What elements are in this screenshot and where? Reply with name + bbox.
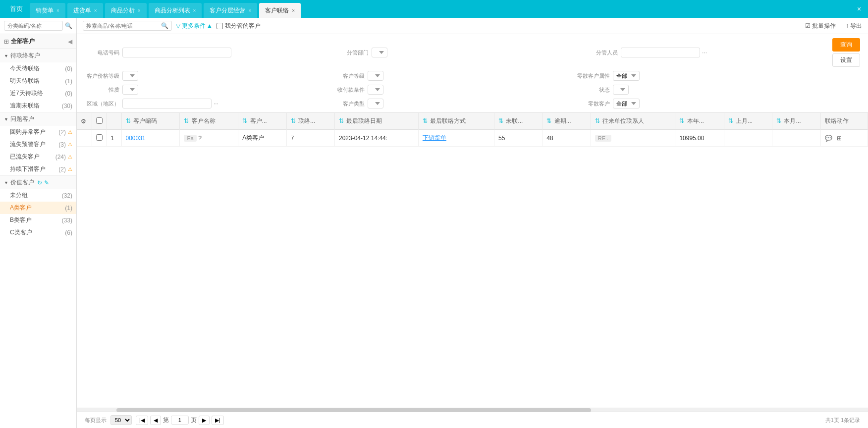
settings-icon[interactable]: ⚙ — [81, 118, 86, 125]
tab-sales-close[interactable]: × — [56, 8, 59, 13]
tab-product-list[interactable]: 商品分析列表 × — [149, 3, 202, 18]
last-page-btn[interactable]: ▶| — [212, 416, 224, 425]
sidebar-search-icon[interactable]: 🔍 — [65, 22, 72, 29]
sidebar-item-overdue[interactable]: 逾期未联络 (30) — [0, 100, 76, 112]
tab-customer-contact-close[interactable]: × — [292, 8, 295, 13]
region-input[interactable] — [122, 99, 212, 108]
my-customers-checkbox[interactable] — [217, 23, 223, 29]
sidebar-item-7days[interactable]: 近7天待联络 (0) — [0, 87, 76, 100]
pending-contact-section[interactable]: ▼ 待联络客户 — [0, 49, 76, 62]
chat-action-icon[interactable]: 💬 — [825, 135, 832, 142]
region-dots-icon[interactable]: ··· — [214, 100, 218, 107]
sidebar-item-declining[interactable]: 持续下滑客户 (2) ⚠ — [0, 163, 76, 175]
tab-product-analysis[interactable]: 商品分析 × — [105, 3, 147, 18]
close-all-button[interactable]: × — [854, 4, 864, 14]
search-input[interactable] — [86, 23, 161, 29]
col-overdue-sort-icon: ⇅ — [546, 117, 551, 124]
edit-icon[interactable]: ✎ — [44, 179, 49, 186]
row-checkbox[interactable] — [96, 134, 103, 141]
col-this-year[interactable]: ⇅ 本年... — [675, 113, 724, 130]
filter-bar: 🔍 ▽ 更多条件 ▲ 我分管的客户 ☑ 批量操作 ↑ 导出 — [77, 18, 868, 34]
col-no-contact-sort-icon: ⇅ — [498, 117, 503, 124]
scroll-indicator[interactable] — [77, 408, 868, 412]
batch-op-btn[interactable]: ☑ 批量操作 — [805, 22, 836, 30]
all-customers-header[interactable]: ⊞ 全部客户 ◀ — [0, 34, 76, 49]
value-customers-section[interactable]: ▼ 价值客户 ↻ ✎ — [0, 176, 76, 189]
home-tab[interactable]: 首页 — [4, 0, 29, 18]
retail-customer-select[interactable]: 全部 — [613, 99, 640, 108]
col-code-sort-icon: ⇅ — [126, 117, 131, 124]
retail-attr-select[interactable]: 全部 — [613, 71, 640, 81]
col-last-method[interactable]: ⇅ 最后联络方式 — [418, 113, 494, 130]
problem-customers-section[interactable]: ▼ 问题客户 — [0, 112, 76, 126]
col-action: 联络动作 — [820, 113, 868, 130]
search-icon[interactable]: 🔍 — [161, 22, 168, 29]
sidebar-item-today[interactable]: 今天待联络 (0) — [0, 62, 76, 75]
col-company-contact[interactable]: ⇅ 往来单位联系人 — [591, 113, 675, 130]
export-btn[interactable]: ↑ 导出 — [846, 22, 862, 30]
sidebar-item-repurchase[interactable]: 回购异常客户 (2) ⚠ — [0, 126, 76, 138]
customer-level-select[interactable] — [368, 71, 383, 81]
payment-select[interactable] — [368, 85, 383, 95]
col-this-month[interactable]: ⇅ 本月... — [772, 113, 820, 130]
status-select[interactable] — [613, 85, 629, 95]
my-customers-checkbox-wrap[interactable]: 我分管的客户 — [217, 22, 261, 30]
row-last-date-cell: 2023-04-12 14:44: — [335, 130, 419, 147]
nature-select[interactable] — [122, 85, 138, 95]
c-class-label: C类客户 — [10, 228, 32, 237]
next-page-btn[interactable]: ▶ — [199, 416, 210, 425]
phone-input[interactable] — [122, 48, 231, 57]
customer-type-select[interactable] — [368, 99, 383, 108]
row-checkbox-cell[interactable] — [92, 130, 107, 147]
manager-input[interactable] — [621, 48, 700, 57]
sidebar-item-c-class[interactable]: C类客户 (6) — [0, 226, 76, 239]
col-level[interactable]: ⇅ 客户... — [238, 113, 286, 130]
declining-label: 持续下滑客户 — [10, 165, 46, 173]
sidebar-item-b-class[interactable]: B类客户 (33) — [0, 214, 76, 226]
price-level-select[interactable] — [122, 71, 138, 81]
tab-purchase[interactable]: 进货单 × — [67, 3, 103, 18]
overdue-label: 逾期未联络 — [10, 102, 40, 110]
tab-product-analysis-close[interactable]: × — [138, 8, 141, 13]
sidebar-item-tomorrow[interactable]: 明天待联络 (1) — [0, 75, 76, 87]
col-contact[interactable]: ⇅ 联络... — [286, 113, 334, 130]
col-checkbox[interactable] — [92, 113, 107, 130]
more-filters-btn[interactable]: ▽ 更多条件 ▲ — [176, 22, 213, 30]
filter-panel: 电话号码 分管部门 分管人员 ··· 查询 — [77, 34, 868, 113]
7days-label: 近7天待联络 — [10, 89, 43, 98]
first-page-btn[interactable]: |◀ — [136, 416, 148, 425]
select-all-checkbox[interactable] — [96, 117, 103, 124]
col-last-method-label: 最后联络方式 — [430, 117, 466, 124]
sidebar-item-a-class[interactable]: A类客户 (1) — [0, 202, 76, 214]
tab-customer-tier[interactable]: 客户分层经营 × — [204, 3, 257, 18]
col-settings[interactable]: ⚙ — [77, 113, 92, 130]
manager-more-icon[interactable]: ··· — [702, 49, 707, 56]
query-button[interactable]: 查询 — [832, 38, 860, 52]
tab-product-list-label: 商品分析列表 — [155, 6, 190, 15]
sidebar-item-churned[interactable]: 已流失客户 (24) ⚠ — [0, 151, 76, 163]
prev-page-btn[interactable]: ◀ — [150, 416, 161, 425]
tab-customer-contact[interactable]: 客户联络 × — [259, 3, 301, 18]
refresh-icon[interactable]: ↻ — [37, 179, 42, 186]
col-last-date[interactable]: ⇅ 最后联络日期 — [335, 113, 419, 130]
tab-customer-tier-close[interactable]: × — [248, 8, 251, 13]
row-last-method-cell[interactable]: 下销货单 — [418, 130, 494, 147]
col-no-contact[interactable]: ⇅ 未联... — [494, 113, 542, 130]
col-overdue[interactable]: ⇅ 逾期... — [542, 113, 591, 130]
col-company-contact-sort-icon: ⇅ — [595, 117, 600, 124]
tab-product-list-close[interactable]: × — [193, 8, 196, 13]
sidebar-item-ungrouped[interactable]: 未分组 (32) — [0, 189, 76, 202]
grid-action-icon[interactable]: ⊞ — [837, 135, 842, 142]
setting-button[interactable]: 设置 — [832, 54, 860, 67]
tab-sales[interactable]: 销货单 × — [30, 3, 65, 18]
row-code-cell[interactable]: 000031 — [121, 130, 180, 147]
dept-select[interactable] — [372, 48, 387, 57]
page-input[interactable] — [171, 416, 189, 425]
tab-purchase-close[interactable]: × — [94, 8, 97, 13]
sidebar-item-churn-warning[interactable]: 流失预警客户 (3) ⚠ — [0, 138, 76, 151]
sidebar-search-input[interactable] — [4, 21, 63, 31]
col-name[interactable]: ⇅ 客户名称 — [180, 113, 238, 130]
page-size-select[interactable]: 50 — [110, 415, 132, 425]
col-last-month[interactable]: ⇅ 上月... — [724, 113, 772, 130]
col-code[interactable]: ⇅ 客户编码 — [121, 113, 180, 130]
